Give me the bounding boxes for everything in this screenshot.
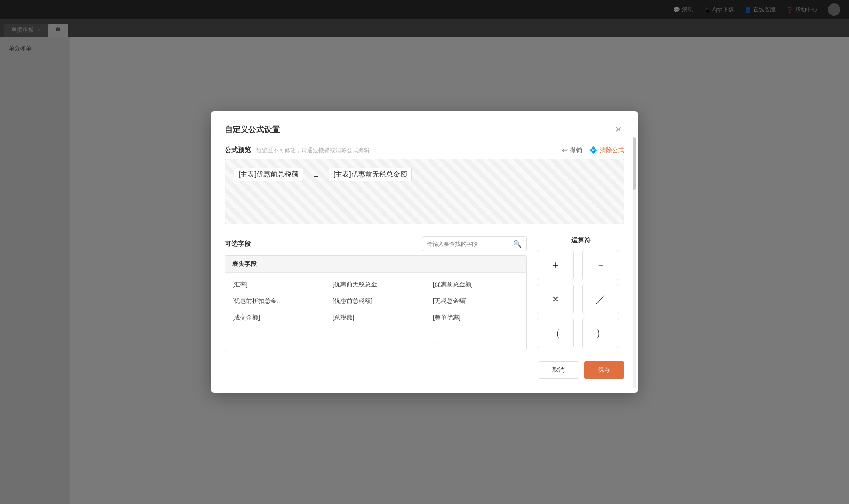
operator-right-paren-button[interactable]: ）	[582, 318, 619, 348]
dialog-title: 自定义公式设置	[225, 124, 280, 135]
formula-token-1: [主表]优惠前总税额	[234, 168, 303, 181]
field-search-box[interactable]: 🔍	[422, 236, 527, 251]
fields-group-header: 表头字段	[225, 256, 526, 273]
fields-label: 可选字段	[225, 240, 251, 248]
field-item-prediscount-total[interactable]: [优惠前折扣总金...	[225, 293, 325, 310]
formula-operator-1: －	[308, 168, 323, 184]
field-item-exchange-rate[interactable]: [汇率]	[225, 276, 325, 293]
search-icon: 🔍	[513, 240, 522, 248]
field-item-extra-1[interactable]: ...	[225, 333, 325, 349]
field-item-transaction-amount[interactable]: [成交金额]	[225, 310, 325, 326]
field-item-extra-3[interactable]: ...	[426, 333, 526, 349]
field-item-order-discount[interactable]: [整单优惠]	[426, 310, 526, 326]
formula-display: [主表]优惠前总税额 － [主表]优惠前无税总金额	[225, 159, 624, 224]
dialog-close-button[interactable]: ✕	[612, 123, 624, 136]
formula-token-2: [主表]优惠前无税总金额	[329, 168, 412, 181]
operator-divide-button[interactable]: ／	[582, 284, 619, 314]
fields-table: 表头字段 [汇率] [优惠前无税总金... [优惠前总金额] [优惠前折扣总金.…	[225, 255, 527, 351]
formula-preview-label: 公式预览	[225, 146, 251, 154]
formula-actions: ↩ 撤销 💠 清除公式	[562, 146, 624, 154]
fields-grid-partial: ... ... ...	[225, 330, 526, 351]
operator-minus-button[interactable]: －	[582, 250, 619, 280]
save-button[interactable]: 保存	[584, 361, 624, 379]
dialog-footer: 取消 保存	[225, 361, 624, 379]
cancel-button[interactable]: 取消	[538, 361, 579, 379]
dialog-scrollbar	[633, 137, 636, 388]
lower-section: 可选字段 🔍 表头字段 [汇率] [优惠前无税总金... [优惠前总金额]	[225, 236, 624, 351]
field-item-extra-2[interactable]: ...	[325, 333, 426, 349]
clear-icon: 💠	[589, 146, 598, 154]
formula-preview-header: 公式预览 预览区不可修改，请通过撤销或清除公式编辑 ↩ 撤销 💠 清除公式	[225, 146, 624, 154]
dialog-scrollbar-thumb	[633, 137, 636, 190]
undo-icon: ↩	[562, 146, 568, 154]
clear-formula-button[interactable]: 💠 清除公式	[589, 146, 624, 154]
field-item-pretax-amount[interactable]: [优惠前总金额]	[426, 276, 526, 293]
operator-plus-button[interactable]: +	[537, 250, 574, 280]
fields-header: 可选字段 🔍	[225, 236, 527, 251]
operators-section: 运算符 + － × ／ （ ）	[537, 236, 624, 348]
field-search-input[interactable]	[427, 241, 513, 247]
formula-dialog: 自定义公式设置 ✕ 公式预览 预览区不可修改，请通过撤销或清除公式编辑 ↩ 撤销…	[211, 111, 638, 393]
formula-preview-section: 公式预览 预览区不可修改，请通过撤销或清除公式编辑 ↩ 撤销 💠 清除公式 [主…	[225, 146, 624, 224]
operator-left-paren-button[interactable]: （	[537, 318, 574, 348]
fields-grid: [汇率] [优惠前无税总金... [优惠前总金额] [优惠前折扣总金... [优…	[225, 273, 526, 330]
operators-grid: + － × ／ （ ）	[537, 250, 624, 348]
dialog-header: 自定义公式设置 ✕	[225, 123, 624, 136]
operator-multiply-button[interactable]: ×	[537, 284, 574, 314]
field-item-notax-total[interactable]: [无税总金额]	[426, 293, 526, 310]
undo-button[interactable]: ↩ 撤销	[562, 146, 582, 154]
field-item-pretax-total[interactable]: [优惠前无税总金...	[325, 276, 426, 293]
fields-section: 可选字段 🔍 表头字段 [汇率] [优惠前无税总金... [优惠前总金额]	[225, 236, 527, 351]
formula-preview-hint: 预览区不可修改，请通过撤销或清除公式编辑	[256, 146, 562, 154]
field-item-total-tax[interactable]: [优惠前总税额]	[325, 293, 426, 310]
operators-label: 运算符	[537, 236, 624, 245]
field-item-tax-total[interactable]: [总税额]	[325, 310, 426, 326]
